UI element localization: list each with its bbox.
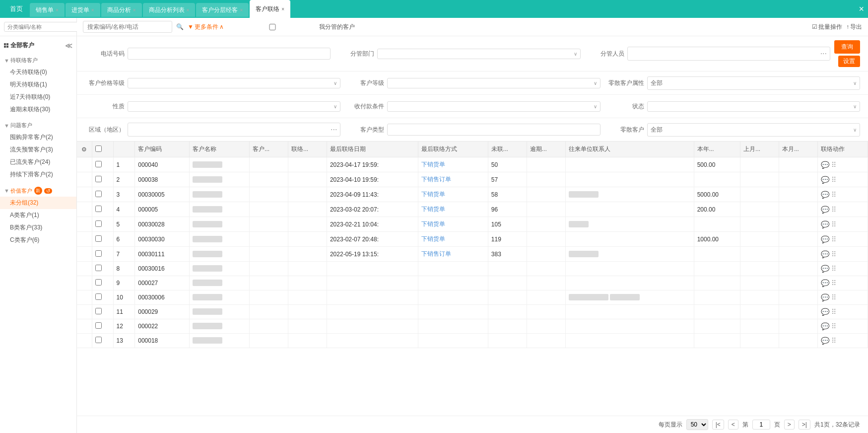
export-btn[interactable]: ↑ 导出 <box>846 23 862 31</box>
cell-checkbox[interactable] <box>92 276 113 290</box>
close-tab-purchase[interactable]: × <box>91 7 94 13</box>
more-icon[interactable]: ⠿ <box>831 220 836 228</box>
region-select[interactable]: ··· <box>128 123 340 137</box>
manager-select[interactable]: ··· <box>627 47 830 61</box>
my-customer-checkbox[interactable]: 我分管的客户 <box>228 23 355 31</box>
more-icon[interactable]: ⠿ <box>831 176 836 184</box>
payment-select[interactable]: ∨ <box>387 101 600 112</box>
col-contact[interactable]: 联络... <box>288 142 327 157</box>
col-overdue[interactable]: 逾期... <box>527 142 565 157</box>
cell-checkbox[interactable] <box>92 232 113 247</box>
last-method-link[interactable]: 下销货单 <box>421 206 445 213</box>
col-last-month[interactable]: 上月... <box>740 142 779 157</box>
nav-tab-customer-segment[interactable]: 客户分层经客 × <box>196 3 249 17</box>
more-icon[interactable]: ⠿ <box>831 308 836 316</box>
last-method-link[interactable]: 下销售订单 <box>421 176 451 183</box>
message-icon[interactable]: 💬 <box>821 176 829 184</box>
sidebar-item-class-a[interactable]: A类客户(1) <box>0 209 76 221</box>
query-btn[interactable]: 查询 <box>834 40 860 54</box>
sidebar-collapse-icon[interactable]: ≪ <box>65 42 72 50</box>
dept-select[interactable]: ∨ <box>377 49 580 59</box>
row-checkbox[interactable] <box>95 206 102 212</box>
per-page-select[interactable]: 50 <box>686 419 708 430</box>
sidebar-item-abnormal[interactable]: 囤购异常客户(2) <box>0 131 76 144</box>
col-uncontacted[interactable]: 未联... <box>488 142 527 157</box>
row-checkbox[interactable] <box>95 322 102 329</box>
more-icon[interactable]: ⠿ <box>831 337 836 345</box>
first-page-btn[interactable]: |< <box>712 420 724 430</box>
status-select[interactable]: ∨ <box>647 101 860 112</box>
nature-select[interactable]: ∨ <box>128 101 340 112</box>
close-tab-customer-contact[interactable]: × <box>281 6 284 12</box>
row-checkbox[interactable] <box>95 176 102 182</box>
cell-checkbox[interactable] <box>92 290 113 305</box>
cell-checkbox[interactable] <box>92 247 113 262</box>
nav-tab-sales[interactable]: 销售单 × <box>30 3 65 17</box>
sidebar-item-loss-warning[interactable]: 流失预警客户(3) <box>0 144 76 156</box>
col-code[interactable]: 客户编码 <box>135 142 190 157</box>
prev-page-btn[interactable]: < <box>728 420 738 430</box>
col-last-date[interactable]: 最后联络日期 <box>327 142 418 157</box>
message-icon[interactable]: 💬 <box>821 161 829 169</box>
cell-checkbox[interactable] <box>92 334 113 348</box>
cell-checkbox[interactable] <box>92 172 113 187</box>
row-checkbox[interactable] <box>95 235 102 242</box>
value-customer-title[interactable]: ▼ 价值客户 新 ↺ <box>0 185 76 197</box>
more-icon[interactable]: ⠿ <box>831 250 836 258</box>
last-page-btn[interactable]: >| <box>799 420 810 430</box>
next-page-btn[interactable]: > <box>784 420 795 430</box>
all-customers-header[interactable]: 全部客户 ≪ <box>0 38 76 53</box>
nav-tab-customer-contact[interactable]: 客户联络 × <box>250 0 290 18</box>
more-icon[interactable]: ⠿ <box>831 235 836 243</box>
sidebar-item-ungroup[interactable]: 未分组(32) <box>0 197 76 209</box>
my-customer-check[interactable] <box>228 24 317 30</box>
sidebar-item-lost[interactable]: 已流失客户(24) <box>0 156 76 168</box>
cell-checkbox[interactable] <box>92 217 113 232</box>
close-all-tabs[interactable]: × <box>859 4 864 14</box>
row-checkbox[interactable] <box>95 279 102 286</box>
last-method-link[interactable]: 下销货单 <box>421 220 445 227</box>
sidebar-item-tomorrow[interactable]: 明天待联络(1) <box>0 78 76 91</box>
more-icon[interactable]: ⠿ <box>831 206 836 214</box>
manager-more-icon[interactable]: ··· <box>820 49 827 58</box>
close-tab-sales[interactable]: × <box>56 7 59 13</box>
retail-customer-select[interactable]: 全部 ∨ <box>647 123 860 137</box>
customer-level-select[interactable]: ∨ <box>387 78 600 88</box>
message-icon[interactable]: 💬 <box>821 322 829 330</box>
more-icon[interactable]: ⠿ <box>831 293 836 301</box>
more-icon[interactable]: ⠿ <box>831 265 836 273</box>
last-method-link[interactable]: 下销货单 <box>421 235 445 242</box>
col-company-contact[interactable]: 往来单位联系人 <box>565 142 694 157</box>
sidebar-item-overdue[interactable]: 逾期未联络(30) <box>0 103 76 116</box>
select-all-checkbox[interactable] <box>95 145 102 152</box>
nav-tab-purchase[interactable]: 进货单 × <box>66 3 100 17</box>
region-more-icon[interactable]: ··· <box>331 125 337 134</box>
row-checkbox[interactable] <box>95 337 102 343</box>
message-icon[interactable]: 💬 <box>821 250 829 258</box>
page-number-input[interactable] <box>752 420 770 430</box>
sidebar-search-input[interactable] <box>4 22 79 32</box>
message-icon[interactable]: 💬 <box>821 220 829 228</box>
col-name[interactable]: 客户名称 <box>190 142 250 157</box>
close-tab-analysis-list[interactable]: × <box>187 7 190 13</box>
message-icon[interactable]: 💬 <box>821 191 829 199</box>
problem-customer-title[interactable]: ▼ 问题客户 <box>0 120 76 131</box>
last-method-link[interactable]: 下销售订单 <box>421 250 451 257</box>
row-checkbox[interactable] <box>95 220 102 227</box>
col-this-month[interactable]: 本月... <box>779 142 817 157</box>
sidebar-item-class-c[interactable]: C类客户(6) <box>0 234 76 246</box>
message-icon[interactable]: 💬 <box>821 337 829 345</box>
row-checkbox[interactable] <box>95 191 102 197</box>
message-icon[interactable]: 💬 <box>821 308 829 316</box>
col-last-method[interactable]: 最后联络方式 <box>418 142 488 157</box>
message-icon[interactable]: 💬 <box>821 235 829 243</box>
search-icon[interactable]: 🔍 <box>176 23 184 30</box>
row-checkbox[interactable] <box>95 250 102 257</box>
row-checkbox[interactable] <box>95 265 102 271</box>
row-checkbox[interactable] <box>95 161 102 167</box>
message-icon[interactable]: 💬 <box>821 265 829 273</box>
col-type[interactable]: 客户... <box>250 142 288 157</box>
more-icon[interactable]: ⠿ <box>831 191 836 199</box>
batch-ops-btn[interactable]: ☑ 批量操作 <box>812 23 842 31</box>
phone-input[interactable] <box>128 48 331 60</box>
